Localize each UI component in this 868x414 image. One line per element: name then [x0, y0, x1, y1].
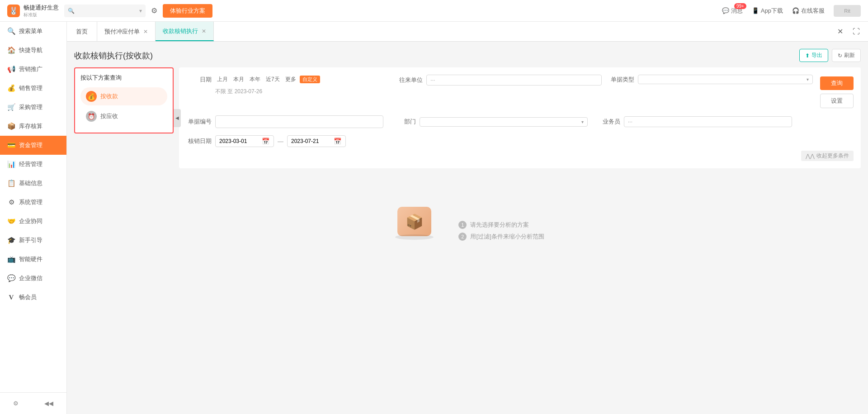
sidebar-item-label: 经营管理 — [19, 160, 42, 168]
export-icon: ⬆ — [805, 52, 810, 59]
last-month-btn[interactable]: 上月 — [215, 75, 230, 84]
close-tab-btn[interactable]: ✕ — [834, 25, 846, 38]
topbar-gear-icon[interactable]: ⚙ — [151, 6, 157, 15]
tab-prepay[interactable]: 预付冲应付单 ✕ — [97, 22, 156, 41]
writeoff-end-text[interactable] — [291, 138, 332, 144]
phone-icon: 📱 — [752, 7, 759, 14]
sidebar-item-search-menu[interactable]: 🔍 搜索菜单 — [0, 22, 66, 41]
this-month-btn[interactable]: 本月 — [231, 75, 246, 84]
settings-btn[interactable]: 设置 — [820, 94, 854, 108]
sidebar-item-basic-info[interactable]: 📋 基础信息 — [0, 174, 66, 193]
basic-info-icon: 📋 — [7, 179, 15, 187]
query-option-receipt-label: 按收款 — [100, 92, 118, 100]
sidebar-item-hardware[interactable]: 📺 智能硬件 — [0, 250, 66, 269]
sidebar-item-inventory[interactable]: 📦 库存核算 — [0, 117, 66, 136]
tab-receipt-writeoff[interactable]: 收款核销执行 ✕ — [156, 22, 214, 41]
collapse-icon: ◀◀ — [44, 400, 53, 407]
step-1-text: 请先选择要分析的方案 — [470, 221, 529, 229]
message-icon: 💬 — [722, 7, 729, 14]
home-icon: 🏠 — [7, 46, 15, 54]
empty-content: 📦 1 请先选择要分析的方案 2 用[过滤]条件来缩小分析范围 — [391, 195, 544, 241]
sidebar-item-operations[interactable]: 📊 经营管理 — [0, 155, 66, 174]
tab-prepay-close[interactable]: ✕ — [143, 29, 148, 35]
export-btn[interactable]: ⬆ 导出 — [799, 49, 828, 62]
sidebar-item-guide[interactable]: 🎓 新手引导 — [0, 231, 66, 250]
tab-receipt-writeoff-close[interactable]: ✕ — [202, 28, 206, 34]
salesperson-field: 业务员 ··· — [595, 116, 792, 127]
doc-no-input[interactable] — [215, 115, 383, 128]
sidebar-item-purchase[interactable]: 🛒 采购管理 — [0, 98, 66, 117]
message-btn[interactable]: 💬 消息 99+ — [722, 7, 743, 15]
doc-type-select[interactable]: ▾ — [638, 75, 813, 84]
inventory-icon: 📦 — [7, 122, 15, 130]
salesperson-select[interactable]: ··· — [624, 116, 792, 127]
query-option-by-receivable[interactable]: ⏰ 按应收 — [80, 107, 167, 125]
doc-type-label: 单据类型 — [609, 76, 634, 84]
filter-layout: 按以下方案查询 💰 按收款 ⏰ 按应收 ◀ — [74, 67, 861, 168]
custom-date-btn[interactable]: 自定义 — [300, 76, 320, 83]
topbar-right: 💬 消息 99+ 📱 App下载 🎧 在线客服 Rit — [722, 5, 861, 17]
writeoff-start-text[interactable] — [219, 138, 260, 144]
logo: 🐰 畅捷通好生意 标准版 — [7, 4, 59, 18]
writeoff-end-cal-icon[interactable]: 📅 — [334, 138, 341, 145]
empty-step-1: 1 请先选择要分析的方案 — [458, 221, 529, 229]
sidebar-settings-btn[interactable]: ⚙ — [9, 396, 22, 410]
more-date-btn[interactable]: 更多 — [283, 75, 298, 84]
tab-right-actions: ✕ ⛶ — [834, 25, 868, 38]
last-7-days-btn[interactable]: 近7天 — [264, 75, 282, 84]
tab-home[interactable]: 首页 — [67, 22, 97, 41]
guide-icon: 🎓 — [7, 236, 15, 244]
counterparty-placeholder: ··· — [430, 77, 435, 83]
expand-tab-btn[interactable]: ⛶ — [850, 25, 863, 38]
empty-box: 📦 — [397, 207, 431, 236]
query-option-by-receipt[interactable]: 💰 按收款 — [80, 87, 167, 105]
writeoff-date-end-input[interactable]: 📅 — [287, 135, 346, 147]
writeoff-date-start-input[interactable]: 📅 — [215, 135, 274, 147]
tab-prepay-label: 预付冲应付单 — [104, 28, 140, 36]
sidebar-item-label: 库存核算 — [19, 122, 42, 130]
page-title: 收款核销执行(按收款) — [74, 50, 153, 61]
funds-icon: 💳 — [7, 141, 15, 149]
sidebar-item-label: 基础信息 — [19, 179, 42, 187]
topbar-search-box[interactable]: 🔍 ▾ — [64, 5, 146, 17]
sidebar-item-label: 营销推广 — [19, 65, 42, 73]
sidebar-item-wechat[interactable]: 💬 企业微信 — [0, 269, 66, 288]
sidebar-item-funds[interactable]: 💳 资金管理 — [0, 136, 66, 155]
sidebar-item-label: 畅会员 — [19, 293, 37, 301]
tab-receipt-writeoff-label: 收款核销执行 — [163, 27, 198, 35]
hardware-icon: 📺 — [7, 255, 15, 263]
writeoff-start-cal-icon[interactable]: 📅 — [262, 138, 269, 145]
department-select[interactable]: ▾ — [420, 117, 588, 127]
industry-btn[interactable]: 体验行业方案 — [163, 4, 212, 18]
counterparty-field: 往来单位 ··· — [397, 75, 601, 86]
refresh-icon: ↻ — [838, 52, 842, 59]
sidebar-item-enterprise[interactable]: 🤝 企业协同 — [0, 212, 66, 231]
app-download-btn[interactable]: 📱 App下载 — [752, 7, 783, 15]
user-avatar[interactable]: Rit — [834, 5, 861, 17]
refresh-btn[interactable]: ↻ 刷新 — [832, 49, 861, 62]
sidebar-item-member[interactable]: V 畅会员 — [0, 288, 66, 307]
filter-date-section: 日期 上月 本月 本年 近7天 更多 自定义 — [186, 75, 390, 95]
online-service-btn[interactable]: 🎧 在线客服 — [792, 7, 825, 15]
sidebar-item-system[interactable]: ⚙ 系统管理 — [0, 193, 66, 212]
sidebar-collapse-btn[interactable]: ◀◀ — [41, 396, 57, 410]
sidebar-item-sales[interactable]: 💰 销售管理 — [0, 79, 66, 98]
sidebar: 🔍 搜索菜单 🏠 快捷导航 📢 营销推广 💰 销售管理 🛒 采购管理 📦 库存核… — [0, 22, 67, 414]
counterparty-label: 往来单位 — [397, 76, 423, 84]
operations-icon: 📊 — [7, 160, 15, 168]
app-download-label: App下载 — [761, 7, 783, 15]
search-icon: 🔍 — [68, 8, 75, 14]
counterparty-select[interactable]: ··· — [426, 75, 601, 86]
content-area: 首页 预付冲应付单 ✕ 收款核销执行 ✕ ✕ ⛶ 收款核销执行(按收款) — [67, 22, 868, 414]
query-panel-collapse-btn[interactable]: ◀ — [174, 109, 181, 127]
step-1-num: 1 — [458, 221, 467, 229]
sidebar-item-marketing[interactable]: 📢 营销推广 — [0, 60, 66, 79]
this-year-btn[interactable]: 本年 — [248, 75, 262, 84]
filter-form: 日期 上月 本月 本年 近7天 更多 自定义 — [179, 67, 861, 168]
date-no-limit-text: 不限 至 2023-07-26 — [215, 88, 262, 95]
writeoff-date-label: 核销日期 — [186, 137, 212, 145]
sidebar-item-quick-nav[interactable]: 🏠 快捷导航 — [0, 41, 66, 60]
query-btn[interactable]: 查询 — [820, 76, 854, 90]
sidebar-bottom: ⚙ ◀◀ — [0, 392, 66, 414]
collapse-more-btn[interactable]: ⋀⋀ 收起更多条件 — [801, 151, 854, 161]
